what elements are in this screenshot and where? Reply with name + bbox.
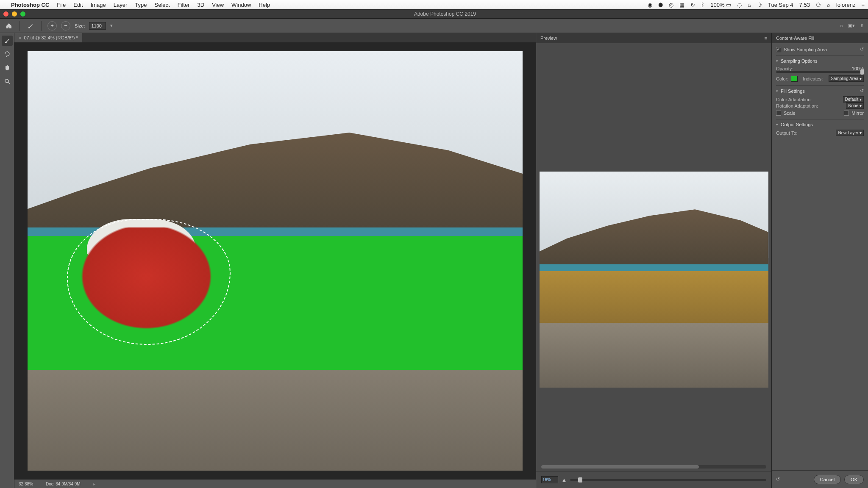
menu-view[interactable]: View bbox=[212, 2, 224, 8]
lasso-tool[interactable] bbox=[2, 49, 13, 59]
size-label: Size: bbox=[75, 23, 85, 28]
chevron-down-icon: ▾ bbox=[776, 59, 778, 63]
output-settings-header[interactable]: ▾ Output Settings bbox=[776, 122, 864, 127]
chevron-down-icon: ▾ bbox=[776, 122, 778, 127]
color-label: Color: bbox=[776, 76, 788, 81]
menu-image[interactable]: Image bbox=[91, 2, 106, 8]
options-bar: + − Size: ▾ ⌕ ▣▾ ⇪ bbox=[0, 19, 868, 33]
preview-panel-title: Preview bbox=[540, 36, 557, 41]
home-button[interactable] bbox=[4, 21, 14, 30]
status-cc-icon[interactable]: ◎ bbox=[669, 2, 673, 8]
status-zoom[interactable]: 32.38% bbox=[19, 482, 33, 486]
opacity-slider[interactable] bbox=[776, 71, 864, 73]
search-icon[interactable]: ⌕ bbox=[840, 23, 843, 28]
preview-scrollbar[interactable] bbox=[541, 465, 766, 469]
hand-tool[interactable] bbox=[2, 63, 13, 73]
sampling-options-header[interactable]: ▾ Sampling Options bbox=[776, 58, 864, 64]
status-time[interactable]: 7:53 bbox=[799, 2, 810, 8]
status-date[interactable]: Tue Sep 4 bbox=[768, 2, 793, 8]
rotation-adaptation-label: Rotation Adaptation: bbox=[776, 103, 818, 108]
menu-layer[interactable]: Layer bbox=[114, 2, 128, 8]
menu-edit[interactable]: Edit bbox=[73, 2, 83, 8]
brush-size-input[interactable] bbox=[89, 22, 106, 30]
sampling-brush-icon[interactable] bbox=[26, 21, 35, 30]
status-dnd-icon[interactable]: ☽ bbox=[757, 2, 762, 8]
preview-panel-menu-icon[interactable]: ≡ bbox=[765, 36, 767, 41]
preview-zoom-out-icon[interactable]: ▴ bbox=[562, 476, 566, 484]
window-maximize-button[interactable] bbox=[20, 11, 25, 17]
output-to-dropdown[interactable]: New Layer ▾ bbox=[836, 130, 864, 136]
menu-file[interactable]: File bbox=[57, 2, 66, 8]
output-to-label: Output To: bbox=[776, 130, 798, 136]
mirror-checkbox[interactable] bbox=[844, 111, 849, 116]
document-tab[interactable]: × 07.tif @ 32.4% (RGB/8*) * bbox=[14, 33, 82, 42]
show-sampling-checkbox[interactable] bbox=[776, 47, 781, 52]
preview-image[interactable] bbox=[540, 172, 768, 388]
window-title: Adobe Photoshop CC 2019 bbox=[414, 11, 476, 17]
workspace-switcher-icon[interactable]: ▣▾ bbox=[848, 23, 855, 28]
chevron-down-icon: ▾ bbox=[776, 89, 778, 93]
window-titlebar: Adobe Photoshop CC 2019 bbox=[0, 9, 868, 19]
show-sampling-label: Show Sampling Area bbox=[784, 47, 827, 52]
status-shield-icon[interactable]: ◉ bbox=[648, 2, 652, 8]
preview-zoom-input[interactable] bbox=[541, 476, 558, 483]
zoom-tool[interactable] bbox=[2, 76, 13, 86]
window-close-button[interactable] bbox=[3, 11, 8, 17]
share-icon[interactable]: ⇪ bbox=[860, 23, 864, 28]
status-bluetooth-icon[interactable]: ᛒ bbox=[701, 2, 704, 8]
status-spotlight-icon[interactable]: ⌕ bbox=[827, 2, 830, 8]
status-battery[interactable]: 100% ▭ bbox=[710, 2, 731, 8]
preview-panel: Preview ≡ ▴ bbox=[536, 33, 771, 488]
status-home-icon[interactable]: ⌂ bbox=[748, 2, 751, 8]
cancel-button[interactable]: Cancel bbox=[814, 475, 841, 484]
menu-select[interactable]: Select bbox=[154, 2, 170, 8]
rotation-adaptation-dropdown[interactable]: None ▾ bbox=[846, 103, 864, 109]
scale-label: Scale bbox=[784, 111, 796, 116]
status-display-icon[interactable]: ◌ bbox=[737, 2, 742, 8]
menu-window[interactable]: Window bbox=[231, 2, 251, 8]
sampling-color-swatch[interactable] bbox=[791, 76, 798, 82]
menu-filter[interactable]: Filter bbox=[178, 2, 190, 8]
fill-reset-icon[interactable]: ↺ bbox=[860, 88, 864, 94]
fill-settings-header[interactable]: ▾ Fill Settings ↺ bbox=[776, 88, 864, 94]
size-dropdown-icon[interactable]: ▾ bbox=[110, 23, 113, 28]
document-tab-label: 07.tif @ 32.4% (RGB/8*) * bbox=[24, 35, 78, 40]
status-flyout-icon[interactable]: ▸ bbox=[93, 482, 95, 486]
preview-zoom-slider[interactable] bbox=[570, 479, 766, 481]
status-menu-icon[interactable]: ≡ bbox=[861, 2, 865, 8]
subtract-mode-button[interactable]: − bbox=[61, 21, 70, 30]
status-sync-icon[interactable]: ↻ bbox=[690, 2, 695, 8]
window-minimize-button[interactable] bbox=[12, 11, 17, 17]
app-name[interactable]: Photoshop CC bbox=[11, 2, 49, 8]
scale-checkbox[interactable] bbox=[776, 111, 781, 116]
status-wifi-icon[interactable]: ⚆ bbox=[816, 2, 821, 8]
mirror-label: Mirror bbox=[851, 111, 864, 116]
status-user[interactable]: lolorenz bbox=[836, 2, 856, 8]
status-ps-icon[interactable]: ▦ bbox=[679, 2, 684, 8]
caf-reset-icon[interactable]: ↺ bbox=[776, 477, 780, 482]
color-adaptation-dropdown[interactable]: Default ▾ bbox=[843, 96, 864, 103]
macos-menubar: Photoshop CC File Edit Image Layer Type … bbox=[0, 0, 868, 9]
indicates-label: Indicates: bbox=[803, 76, 823, 81]
document-tab-strip: × 07.tif @ 32.4% (RGB/8*) * bbox=[14, 33, 536, 42]
indicates-dropdown[interactable]: Sampling Area ▾ bbox=[829, 75, 864, 82]
caf-panel-title: Content-Aware Fill bbox=[776, 36, 814, 41]
tools-panel bbox=[0, 33, 14, 488]
content-aware-fill-panel: Content-Aware Fill Show Sampling Area ↺ … bbox=[771, 33, 868, 488]
window-traffic-lights bbox=[3, 11, 25, 17]
svg-point-0 bbox=[5, 79, 8, 83]
opacity-label: Opacity: bbox=[776, 66, 793, 71]
sampling-brush-tool[interactable] bbox=[2, 36, 13, 46]
sampling-reset-icon[interactable]: ↺ bbox=[860, 47, 864, 52]
status-dropbox-icon[interactable]: ⬢ bbox=[658, 2, 663, 8]
tab-close-icon[interactable]: × bbox=[19, 35, 21, 40]
ok-button[interactable]: OK bbox=[844, 475, 864, 484]
status-doc-size[interactable]: Doc: 34.9M/34.9M bbox=[46, 482, 81, 486]
color-adaptation-label: Color Adaptation: bbox=[776, 97, 812, 102]
menu-help[interactable]: Help bbox=[259, 2, 270, 8]
menu-type[interactable]: Type bbox=[135, 2, 147, 8]
menu-3d[interactable]: 3D bbox=[198, 2, 205, 8]
add-mode-button[interactable]: + bbox=[47, 21, 57, 30]
document-status-bar: 32.38% Doc: 34.9M/34.9M ▸ bbox=[14, 480, 536, 488]
document-canvas[interactable] bbox=[28, 51, 523, 471]
